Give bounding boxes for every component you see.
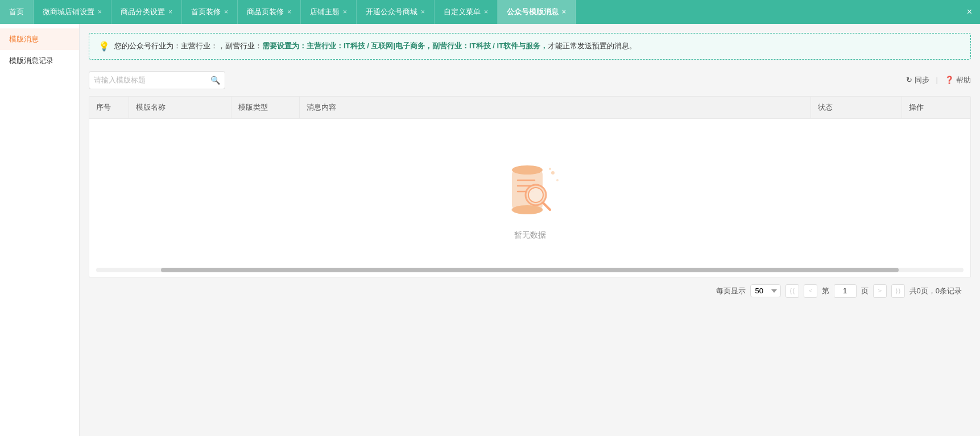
scrollbar-thumb	[161, 268, 898, 272]
help-button[interactable]: ❓ 帮助	[945, 75, 971, 85]
notice-highlight: 需要设置为：主营行业：IT科技 / 互联网|电子商务，副营行业：IT科技 / I…	[262, 41, 548, 50]
sync-icon: ↻	[906, 76, 912, 84]
svg-point-12	[549, 168, 551, 170]
notice-prefix: 您的公众号行业为：主营行业：，副营行业：	[114, 41, 262, 50]
data-table: 序号 模版名称 模版类型 消息内容 状态 操作	[89, 96, 971, 277]
tab-product-decor[interactable]: 商品页装修 ×	[238, 0, 301, 24]
col-name: 模版名称	[129, 97, 231, 118]
page-size-label: 每页显示	[716, 286, 746, 296]
tab-shop-settings[interactable]: 微商城店铺设置 ×	[34, 0, 111, 24]
sync-button[interactable]: ↻ 同步	[906, 75, 929, 85]
toolbar-right: ↻ 同步 | ❓ 帮助	[906, 75, 971, 85]
first-page-button[interactable]: ⟨⟨	[785, 284, 799, 298]
search-input[interactable]	[94, 76, 210, 84]
close-category[interactable]: ×	[168, 8, 172, 16]
tab-home-decor-label: 首页装修	[191, 7, 221, 17]
svg-point-11	[556, 179, 559, 181]
tab-custom-menu-label: 自定义菜单	[444, 7, 481, 17]
pagination: 每页显示 10 20 50 100 ⟨⟨ ＜ 第 页 ＞ ⟩⟩ 共0页，0条记录	[89, 277, 971, 305]
search-input-wrap: 🔍	[89, 71, 225, 89]
notice-icon: 💡	[98, 41, 110, 52]
close-custom-menu[interactable]: ×	[484, 8, 488, 16]
search-bar: 🔍 ↻ 同步 | ❓ 帮助	[89, 71, 971, 89]
tab-home-decor[interactable]: 首页装修 ×	[182, 0, 238, 24]
close-shop-settings[interactable]: ×	[98, 8, 102, 16]
tab-template-msg[interactable]: 公众号模版消息 ×	[498, 0, 576, 24]
tab-open-mall-label: 开通公众号商城	[366, 7, 417, 17]
page-number-input[interactable]	[834, 284, 857, 298]
content-area: 💡 您的公众号行业为：主营行业：，副营行业：需要设置为：主营行业：IT科技 / …	[80, 24, 980, 436]
close-template-msg[interactable]: ×	[562, 8, 566, 16]
next-page-button[interactable]: ＞	[873, 284, 887, 298]
svg-point-9	[528, 188, 543, 202]
col-status: 状态	[811, 97, 902, 118]
sidebar-item-template-msg[interactable]: 模版消息	[0, 28, 79, 50]
close-store-theme[interactable]: ×	[343, 8, 347, 16]
close-open-mall[interactable]: ×	[421, 8, 425, 16]
notice-text: 您的公众号行业为：主营行业：，副营行业：需要设置为：主营行业：IT科技 / 互联…	[114, 40, 636, 52]
tab-category-settings[interactable]: 商品分类设置 ×	[111, 0, 182, 24]
toolbar-divider: |	[936, 76, 938, 84]
page-text: 第	[822, 286, 829, 296]
tab-shop-settings-label: 微商城店铺设置	[43, 7, 94, 17]
svg-point-10	[551, 171, 555, 175]
tab-custom-menu[interactable]: 自定义菜单 ×	[435, 0, 498, 24]
notice-suffix: 才能正常发送预置的消息。	[548, 41, 636, 50]
prev-page-button[interactable]: ＜	[804, 284, 817, 298]
close-home-decor[interactable]: ×	[224, 8, 228, 16]
close-product-decor[interactable]: ×	[287, 8, 291, 16]
notice-box: 💡 您的公众号行业为：主营行业：，副营行业：需要设置为：主营行业：IT科技 / …	[89, 33, 971, 60]
page-size-select[interactable]: 10 20 50 100	[750, 284, 781, 297]
sidebar-item-template-record[interactable]: 模版消息记录	[0, 50, 79, 72]
tab-home-label: 首页	[9, 7, 24, 17]
tab-product-decor-label: 商品页装修	[247, 7, 284, 17]
scrollbar-track[interactable]	[96, 268, 964, 272]
close-all-button[interactable]: ×	[959, 0, 980, 24]
tab-store-theme[interactable]: 店铺主题 ×	[301, 0, 357, 24]
help-icon: ❓	[945, 76, 954, 84]
svg-point-3	[512, 205, 543, 214]
empty-state: 暂无数据	[89, 119, 970, 263]
col-content: 消息内容	[300, 97, 811, 118]
help-label: 帮助	[956, 75, 971, 85]
table-header: 序号 模版名称 模版类型 消息内容 状态 操作	[89, 97, 970, 119]
col-seq: 序号	[89, 97, 129, 118]
tab-home[interactable]: 首页	[0, 0, 34, 24]
col-action: 操作	[902, 97, 970, 118]
total-info: 共0页，0条记录	[909, 286, 962, 296]
empty-illustration	[496, 153, 564, 221]
last-page-button[interactable]: ⟩⟩	[891, 284, 905, 298]
tab-store-theme-label: 店铺主题	[310, 7, 340, 17]
page-suffix: 页	[861, 286, 869, 296]
svg-point-2	[512, 165, 543, 175]
col-type: 模版类型	[231, 97, 300, 118]
tab-category-label: 商品分类设置	[121, 7, 165, 17]
tab-template-msg-label: 公众号模版消息	[507, 7, 559, 17]
empty-text: 暂无数据	[514, 230, 546, 240]
sidebar: 模版消息 模版消息记录	[0, 24, 80, 436]
tab-open-mall[interactable]: 开通公众号商城 ×	[357, 0, 435, 24]
top-nav: 首页 微商城店铺设置 × 商品分类设置 × 首页装修 × 商品页装修 × 店铺主…	[0, 0, 980, 24]
search-button[interactable]: 🔍	[210, 76, 220, 85]
main-layout: 模版消息 模版消息记录 💡 您的公众号行业为：主营行业：，副营行业：需要设置为：…	[0, 24, 980, 436]
sync-label: 同步	[915, 75, 929, 85]
